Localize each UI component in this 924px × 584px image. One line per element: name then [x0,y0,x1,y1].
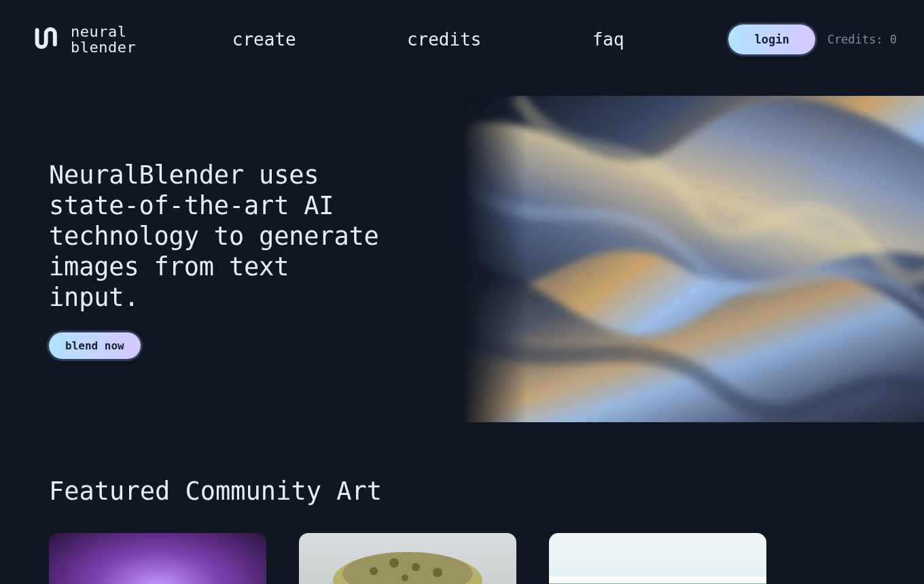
hero-section: NeuralBlender uses state-of-the-art AI t… [0,96,924,422]
header-right: login Credits: 0 [728,24,897,54]
art-card[interactable] [549,533,766,584]
featured-card-row [49,533,875,584]
svg-rect-29 [549,577,766,583]
brand-mark-icon [33,24,61,55]
credits-counter: Credits: 0 [828,33,897,46]
svg-point-22 [433,568,442,577]
hero-background-art [462,96,924,422]
art-card[interactable] [49,533,266,584]
svg-rect-28 [549,533,766,584]
nav-faq[interactable]: faq [592,29,624,50]
primary-nav: create credits faq [190,29,666,50]
brand-logo[interactable]: neural blender [33,24,136,55]
hero-copy: NeuralBlender uses state-of-the-art AI t… [0,160,380,359]
art-thumbnail-icon [549,533,766,584]
nav-create[interactable]: create [232,29,296,50]
nav-credits[interactable]: credits [407,29,482,50]
svg-point-19 [370,567,378,575]
svg-point-23 [402,574,408,581]
art-card[interactable] [299,533,516,584]
featured-section: Featured Community Art [0,422,924,584]
svg-point-21 [412,563,420,571]
hero-headline: NeuralBlender uses state-of-the-art AI t… [49,160,380,313]
brand-wordmark: neural blender [71,24,136,55]
art-thumbnail-icon [49,533,266,584]
svg-rect-1 [49,533,266,584]
blend-now-button[interactable]: blend now [49,332,141,359]
login-button[interactable]: login [728,24,815,54]
featured-title: Featured Community Art [49,477,875,506]
site-header: neural blender create credits faq login … [0,0,924,69]
art-thumbnail-icon [299,533,516,584]
svg-point-20 [389,558,399,568]
